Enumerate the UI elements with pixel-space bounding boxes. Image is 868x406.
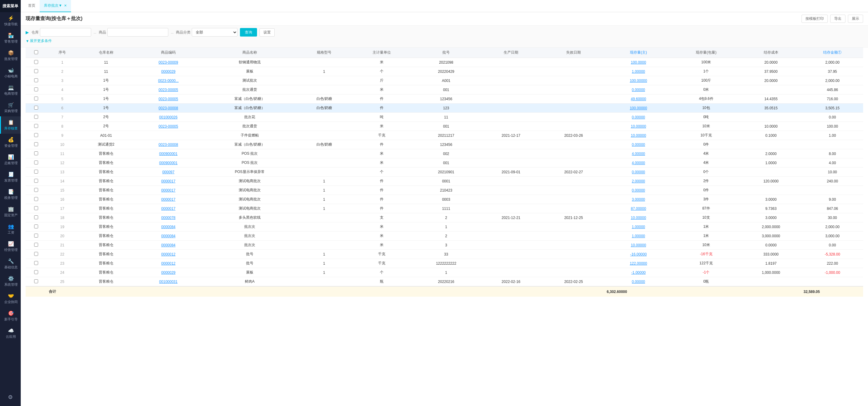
- tab-close-inventory-batch[interactable]: ✕: [64, 4, 67, 8]
- sidebar-item-summary[interactable]: 📊 总账管理: [0, 151, 21, 168]
- cell-9[interactable]: 100.00000: [605, 104, 672, 113]
- row-checkbox[interactable]: [34, 151, 38, 155]
- settings-button[interactable]: 设置: [259, 28, 275, 37]
- sidebar-item-newbie[interactable]: 🎯 新手引导: [0, 307, 21, 325]
- row-checkbox[interactable]: [34, 88, 38, 91]
- search-button[interactable]: 查询: [240, 28, 257, 37]
- sidebar-item-collab[interactable]: 🤝 企业协同: [0, 290, 21, 307]
- row-checkbox[interactable]: [34, 279, 38, 283]
- cell-9[interactable]: 0.00000: [605, 113, 672, 122]
- cell-2[interactable]: 0023-00005: [134, 85, 202, 94]
- row-checkbox[interactable]: [34, 206, 38, 210]
- expand-arrow-icon[interactable]: ▶: [26, 30, 29, 35]
- category-select[interactable]: 全部: [192, 28, 238, 37]
- cell-9[interactable]: 49.60000: [605, 94, 672, 104]
- settings-icon[interactable]: ⚙: [5, 392, 15, 403]
- cell-9[interactable]: 1.00000: [605, 67, 672, 76]
- cell-9[interactable]: 10.00000: [605, 213, 672, 222]
- cell-9[interactable]: 100.00000: [605, 76, 672, 85]
- cell-2[interactable]: 0000017: [134, 186, 202, 195]
- cell-9[interactable]: 122.00000: [605, 259, 672, 268]
- cell-9[interactable]: 10.00000: [605, 241, 672, 250]
- cell-2[interactable]: 0000084: [134, 241, 202, 250]
- row-checkbox[interactable]: [34, 215, 38, 219]
- cell-9[interactable]: 2.00000: [605, 177, 672, 186]
- sidebar-item-ops[interactable]: 📈 经营管理: [0, 238, 21, 255]
- cell-2[interactable]: 0000084: [134, 232, 202, 241]
- row-checkbox[interactable]: [34, 252, 38, 256]
- sidebar-item-finance[interactable]: 💰 资金管理: [0, 134, 21, 151]
- sidebar-item-tax[interactable]: 📑 税务管理: [0, 186, 21, 203]
- row-checkbox[interactable]: [34, 270, 38, 274]
- sidebar-item-inventory[interactable]: 📋 库存核查: [0, 116, 21, 134]
- row-checkbox[interactable]: [34, 124, 38, 128]
- cell-2[interactable]: 0000078: [134, 213, 202, 222]
- cell-9[interactable]: 1.00000: [605, 222, 672, 232]
- sidebar-item-purchase[interactable]: 🛒 采购管理: [0, 99, 21, 116]
- cell-2[interactable]: 0023-00009: [134, 58, 202, 67]
- cell-2[interactable]: 0023-00005: [134, 94, 202, 104]
- cell-9[interactable]: -1.00000: [605, 268, 672, 277]
- warehouse-input[interactable]: [40, 28, 91, 37]
- row-checkbox[interactable]: [34, 133, 38, 137]
- cell-9[interactable]: 10.00000: [605, 131, 672, 140]
- row-checkbox[interactable]: [34, 234, 38, 238]
- sidebar-item-retail[interactable]: 🏪 零售管理: [0, 30, 21, 47]
- display-button[interactable]: 展示: [848, 14, 863, 23]
- cell-2[interactable]: 0000012: [134, 250, 202, 259]
- cell-2[interactable]: [134, 131, 202, 140]
- cell-2[interactable]: 0023-00008: [134, 104, 202, 113]
- sidebar-item-invoice[interactable]: 🧾 发票管理: [0, 168, 21, 186]
- tab-inventory-batch[interactable]: 库存批次▼✕: [40, 0, 71, 12]
- cell-9[interactable]: 100.0000: [605, 58, 672, 67]
- cell-2[interactable]: 0000029: [134, 268, 202, 277]
- cell-2[interactable]: 000097: [134, 168, 202, 177]
- cell-9[interactable]: 1.00000: [605, 232, 672, 241]
- cell-2[interactable]: 0000084: [134, 222, 202, 232]
- cell-9[interactable]: -16.00000: [605, 250, 672, 259]
- cell-9[interactable]: 4.00000: [605, 158, 672, 168]
- tab-home[interactable]: 首页: [24, 0, 40, 12]
- cell-2[interactable]: 0000017: [134, 195, 202, 204]
- sidebar-item-small-ecom[interactable]: 🐋 小鲸电商: [0, 64, 21, 81]
- row-checkbox[interactable]: [34, 60, 38, 64]
- sidebar-item-sys[interactable]: ⚙️ 系统管理: [0, 273, 21, 290]
- row-checkbox[interactable]: [34, 188, 38, 192]
- cell-9[interactable]: 0.00000: [605, 277, 672, 286]
- row-checkbox[interactable]: [34, 97, 38, 101]
- row-checkbox[interactable]: [34, 69, 38, 73]
- cell-2[interactable]: 000900001: [134, 158, 202, 168]
- sidebar-item-quick-nav[interactable]: ⚡ 快捷导航: [0, 12, 21, 30]
- row-checkbox[interactable]: [34, 261, 38, 265]
- select-all-checkbox[interactable]: [34, 50, 38, 54]
- row-checkbox[interactable]: [34, 225, 38, 229]
- row-checkbox[interactable]: [34, 142, 38, 146]
- row-checkbox[interactable]: [34, 243, 38, 247]
- row-checkbox[interactable]: [34, 161, 38, 165]
- cell-9[interactable]: 0.00000: [605, 140, 672, 149]
- sidebar-item-base[interactable]: 🔧 基础信息: [0, 255, 21, 273]
- sidebar-item-ecom[interactable]: 💻 电商管理: [0, 81, 21, 99]
- row-checkbox[interactable]: [34, 78, 38, 82]
- cell-2[interactable]: 0000017: [134, 177, 202, 186]
- print-button[interactable]: 按模板打印: [802, 14, 828, 23]
- cell-9[interactable]: 4.00000: [605, 149, 672, 158]
- sidebar-item-fixed-assets[interactable]: 🏢 固定资产: [0, 203, 21, 221]
- cell-2[interactable]: 001000031: [134, 277, 202, 286]
- row-checkbox[interactable]: [34, 115, 38, 119]
- cell-2[interactable]: 0023-00005: [134, 122, 202, 131]
- cell-2[interactable]: 001000026: [134, 113, 202, 122]
- row-checkbox[interactable]: [34, 197, 38, 201]
- cell-2[interactable]: 0023-00008: [134, 140, 202, 149]
- cell-9[interactable]: 3.00000: [605, 195, 672, 204]
- sidebar-item-cloud[interactable]: ☁️ 云应用: [0, 325, 21, 342]
- row-checkbox[interactable]: [34, 170, 38, 174]
- cell-9[interactable]: 0.00000: [605, 85, 672, 94]
- cell-2[interactable]: 0000017: [134, 204, 202, 213]
- sidebar-item-wholesale[interactable]: 📦 批发管理: [0, 47, 21, 64]
- goods-input[interactable]: [107, 28, 168, 37]
- cell-2[interactable]: 0000029: [134, 67, 202, 76]
- row-checkbox[interactable]: [34, 179, 38, 183]
- cell-9[interactable]: 10.00000: [605, 122, 672, 131]
- cell-9[interactable]: 87.00000: [605, 204, 672, 213]
